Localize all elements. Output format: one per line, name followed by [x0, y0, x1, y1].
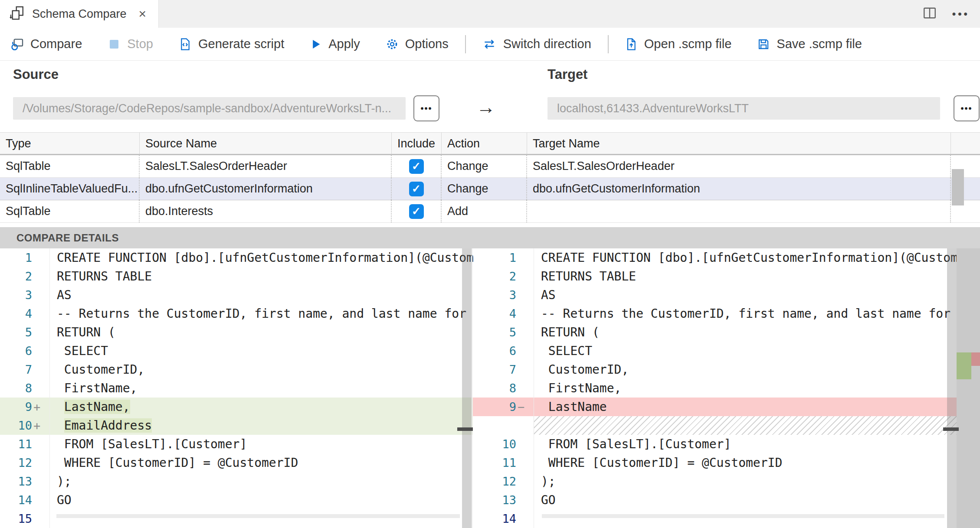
code-text: LastName, [49, 398, 474, 416]
code-line: 9+ LastName, [0, 398, 474, 416]
compare-button[interactable]: Compare [10, 37, 82, 51]
cell-include: ✓ [392, 178, 442, 200]
line-number: 2 [473, 267, 516, 286]
diff-marker [32, 304, 49, 323]
line-number: 4 [0, 304, 32, 323]
cell-source-name: SalesLT.SalesOrderHeader [140, 155, 392, 177]
cell-action: Change [442, 155, 527, 177]
code-line: 13); [0, 472, 474, 491]
code-text: WHERE [CustomerID] = @CustomerID [534, 453, 957, 472]
source-editor-scrollbar[interactable] [462, 248, 472, 528]
diff-marker [516, 286, 534, 304]
compare-details-header: COMPARE DETAILS [0, 227, 980, 248]
code-text: CREATE FUNCTION [dbo].[ufnGetCustomerInf… [534, 248, 957, 267]
column-header-source-name[interactable]: Source Name [140, 133, 392, 154]
code-line: 10+ EmailAddress [0, 416, 474, 435]
diff-overview-ruler[interactable] [957, 248, 980, 528]
diff-marker: + [32, 416, 49, 435]
code-line: 11 WHERE [CustomerID] = @CustomerID [473, 453, 957, 472]
cell-source-name: dbo.Interests [140, 200, 392, 222]
code-line: 15 [0, 509, 474, 528]
include-checkbox[interactable]: ✓ [409, 204, 424, 219]
generate-script-button[interactable]: Generate script [178, 37, 284, 51]
table-row[interactable]: SqlTableSalesLT.SalesOrderHeader✓ChangeS… [0, 155, 980, 178]
target-horizontal-scrollbar[interactable] [542, 514, 944, 518]
code-line: 12 WHERE [CustomerID] = @CustomerID [0, 453, 474, 472]
apply-label: Apply [328, 37, 360, 51]
diff-marker [516, 509, 534, 528]
code-line: 7 CustomerID, [0, 360, 474, 379]
source-horizontal-scrollbar[interactable] [56, 514, 460, 518]
table-row[interactable]: SqlTabledbo.Interests✓Add [0, 200, 980, 223]
save-file-icon [757, 37, 770, 51]
column-header-target-name[interactable]: Target Name [527, 133, 951, 154]
endpoints-section: Source Target /Volumes/Storage/CodeRepos… [0, 61, 980, 132]
split-editor-icon[interactable] [922, 5, 937, 23]
diff-marker [516, 342, 534, 360]
overview-removed-marker [971, 352, 980, 366]
tab-schema-compare[interactable]: Schema Compare × [0, 0, 159, 28]
code-text: RETURN ( [534, 323, 957, 342]
line-number: 5 [473, 323, 516, 342]
source-label: Source [13, 67, 59, 82]
cell-include: ✓ [392, 155, 442, 177]
code-line: 9− LastName [473, 398, 957, 416]
code-text: FROM [SalesLT].[Customer] [534, 435, 957, 453]
code-text: ); [534, 472, 957, 491]
code-line: 8 FirstName, [473, 379, 957, 398]
open-file-icon [624, 37, 638, 51]
code-text: -- Returns the CustomerID, first name, a… [534, 304, 957, 323]
spacer-gutter [473, 416, 534, 435]
line-number: 7 [473, 360, 516, 379]
include-checkbox[interactable]: ✓ [409, 159, 424, 174]
diff-source-editor[interactable]: 1CREATE FUNCTION [dbo].[ufnGetCustomerIn… [0, 248, 474, 528]
code-text: FROM [SalesLT].[Customer] [49, 435, 474, 453]
line-number: 11 [0, 435, 32, 453]
column-header-type[interactable]: Type [0, 133, 140, 154]
code-line: 5RETURN ( [0, 323, 474, 342]
line-number: 1 [473, 248, 516, 267]
line-number: 14 [473, 509, 516, 528]
code-line: 12); [473, 472, 957, 491]
cell-type: SqlInlineTableValuedFu... [0, 178, 140, 200]
column-header-include[interactable]: Include [392, 133, 442, 154]
table-row[interactable]: SqlInlineTableValuedFu...dbo.ufnGetCusto… [0, 178, 980, 200]
overview-added-marker [957, 352, 971, 379]
diff-marker [32, 323, 49, 342]
code-text: ); [49, 472, 474, 491]
diff-target-editor[interactable]: 1CREATE FUNCTION [dbo].[ufnGetCustomerIn… [473, 248, 957, 528]
toolbar-separator [465, 35, 466, 53]
cell-include: ✓ [392, 200, 442, 222]
column-header-action[interactable]: Action [442, 133, 527, 154]
open-scmp-label: Open .scmp file [644, 37, 731, 51]
code-line: 14 [473, 509, 957, 528]
inserted-text-highlight: EmailAddress [64, 418, 152, 433]
options-button[interactable]: Options [385, 37, 449, 51]
source-browse-button[interactable]: ••• [413, 95, 439, 121]
target-browse-button[interactable]: ••• [954, 95, 980, 121]
code-text: RETURNS TABLE [534, 267, 957, 286]
apply-button[interactable]: Apply [309, 37, 360, 51]
grid-vertical-scrollbar[interactable] [952, 169, 964, 205]
diff-marker [516, 304, 534, 323]
target-editor-scrollbar[interactable] [947, 248, 957, 528]
tab-close-icon[interactable]: × [139, 7, 147, 20]
generate-script-label: Generate script [198, 37, 284, 51]
cell-target-name [527, 200, 951, 222]
target-input[interactable]: localhost,61433.AdventureWorksLTT [547, 97, 940, 120]
stop-button: Stop [107, 37, 153, 51]
code-line: 3AS [0, 286, 474, 304]
source-input[interactable]: /Volumes/Storage/CodeRepos/sample-sandbo… [13, 97, 406, 120]
more-actions-icon[interactable]: ••• [952, 8, 970, 20]
line-number: 15 [0, 509, 32, 528]
line-number: 6 [0, 342, 32, 360]
save-scmp-button[interactable]: Save .scmp file [757, 37, 862, 51]
target-diff-region-marker [943, 427, 959, 431]
diff-marker: + [32, 398, 49, 416]
open-scmp-button[interactable]: Open .scmp file [624, 37, 731, 51]
stop-icon [107, 37, 121, 51]
include-checkbox[interactable]: ✓ [409, 182, 424, 196]
switch-direction-button[interactable]: Switch direction [482, 37, 591, 51]
diff-marker [516, 379, 534, 398]
line-number: 12 [473, 472, 516, 491]
